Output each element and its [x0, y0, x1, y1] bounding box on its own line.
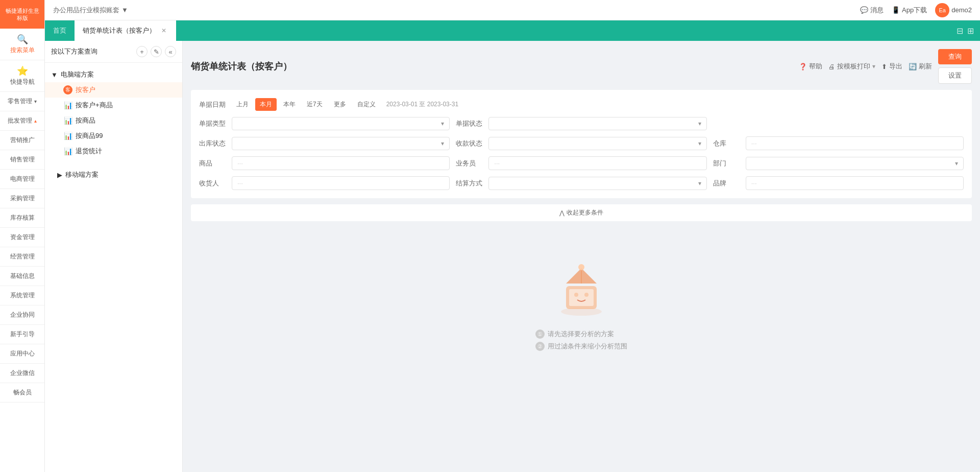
order-type-select[interactable]: ▾	[232, 117, 450, 130]
sidebar-item-wechat[interactable]: 企业微信	[0, 364, 44, 383]
app-name: 办公用品行业模拟账套	[53, 6, 119, 15]
export-icon: ⬆	[881, 63, 887, 70]
mobile-section-header[interactable]: ▶ 移动端方案	[45, 167, 182, 182]
chevron-down-icon-5: ▾	[955, 160, 958, 167]
receiver-select[interactable]: ···	[232, 176, 450, 190]
chevron-down-icon: ▾	[441, 120, 444, 127]
date-tab-this-month[interactable]: 本月	[255, 98, 277, 111]
star-icon: ⭐	[2, 65, 42, 77]
tab-maximize-button[interactable]: ⊞	[967, 26, 974, 36]
sidebar-item-system[interactable]: 系统管理	[0, 286, 44, 305]
product-select[interactable]: ···	[232, 156, 450, 170]
collapse-up-icon: ⋀	[559, 209, 565, 217]
user-profile[interactable]: Ea demo2	[935, 3, 972, 17]
header-right: 💬 消息 📱 App下载 Ea demo2	[860, 3, 972, 17]
customer-scheme-icon: 客	[63, 85, 72, 95]
warehouse-select[interactable]: ···	[746, 136, 964, 150]
refresh-button[interactable]: 🔄 刷新	[909, 62, 932, 71]
product-item: 商品 ···	[199, 156, 450, 170]
order-status-label: 单据状态	[456, 119, 484, 128]
collapse-bar[interactable]: ⋀ 收起更多条件	[191, 204, 972, 221]
sidebar-item-member[interactable]: 畅会员	[0, 383, 44, 403]
date-tab-custom[interactable]: 自定义	[353, 98, 380, 111]
chevron-down-icon-6: ▾	[698, 180, 701, 187]
product-salesperson-row: 商品 ··· 业务员 ··· 部门	[199, 156, 964, 170]
sidebar-item-retail[interactable]: 零售管理 ▾	[0, 92, 44, 111]
collapse-panel-button[interactable]: «	[165, 46, 176, 57]
sidebar-item-search[interactable]: 🔍 搜索菜单	[0, 29, 44, 60]
left-panel-title: 按以下方案查询	[51, 47, 97, 56]
svg-rect-2	[569, 289, 594, 306]
sidebar-item-wholesale[interactable]: 批发管理 ▴	[0, 111, 44, 131]
scheme-by-product[interactable]: 📊 按商品	[45, 113, 182, 128]
date-tabs: 上月 本月 本年 近7天 更多 自定义 2023-03-01 至 2023-03…	[232, 98, 458, 111]
edit-scheme-button[interactable]: ✎	[151, 46, 162, 57]
payment-status-select[interactable]: ▾	[488, 137, 706, 150]
tab-home[interactable]: 首页	[45, 20, 75, 41]
desktop-section-header[interactable]: ▼ 电脑端方案	[45, 67, 182, 82]
sidebar-item-newbie[interactable]: 新手引导	[0, 325, 44, 344]
order-status-select[interactable]: ▾	[488, 117, 706, 130]
sidebar-item-inventory[interactable]: 库存核算	[0, 208, 44, 228]
query-button[interactable]: 查询	[938, 49, 972, 64]
sidebar-item-basic[interactable]: 基础信息	[0, 267, 44, 286]
payment-method-select[interactable]: ▾	[488, 177, 706, 190]
left-panel: 按以下方案查询 + ✎ « ▼ 电脑端方案 客 按客户 📊 按客	[45, 41, 183, 472]
top-header: 办公用品行业模拟账套 ▼ 💬 消息 📱 App下载 Ea demo2	[45, 0, 980, 20]
date-tab-last-7[interactable]: 近7天	[302, 98, 327, 111]
date-tab-more[interactable]: 更多	[329, 98, 351, 111]
date-tab-this-year[interactable]: 本年	[279, 98, 300, 111]
stock-status-label: 出库状态	[199, 139, 228, 148]
chart-icon-1: 📊	[63, 101, 72, 110]
department-item: 部门 ▾	[713, 156, 964, 170]
empty-tip-1: ① 请先选择要分析的方案	[535, 329, 627, 339]
sidebar-item-marketing[interactable]: 营销推广	[0, 131, 44, 150]
sidebar-item-finance[interactable]: 资金管理	[0, 228, 44, 247]
page-wrapper: 按以下方案查询 + ✎ « ▼ 电脑端方案 客 按客户 📊 按客	[45, 41, 980, 472]
message-icon: 💬	[860, 6, 868, 14]
scheme-return-stat[interactable]: 📊 退货统计	[45, 144, 182, 159]
department-select[interactable]: ▾	[746, 157, 964, 170]
left-panel-actions: + ✎ «	[136, 46, 176, 57]
tab-sales-stat[interactable]: 销货单统计表（按客户） ✕	[75, 20, 176, 41]
stock-payment-row: 出库状态 ▾ 收款状态 ▾ 仓库	[199, 136, 964, 150]
settings-button[interactable]: 设置	[938, 67, 972, 84]
brand-select[interactable]: ···	[746, 176, 964, 190]
scheme-by-customer-product[interactable]: 📊 按客户+商品	[45, 98, 182, 113]
page-title-bar: 销货单统计表（按客户） ❓ 帮助 🖨 按模板打印 ▾ ⬆ 导出	[191, 49, 972, 84]
order-type-item: 单据类型 ▾	[199, 117, 450, 130]
app-name-dropdown[interactable]: 办公用品行业模拟账套 ▼	[53, 6, 128, 15]
stock-status-select[interactable]: ▾	[232, 137, 450, 150]
order-type-row: 单据类型 ▾ 单据状态 ▾	[199, 117, 964, 130]
sidebar-item-shortcut[interactable]: ⭐ 快捷导航	[0, 60, 44, 92]
sidebar-item-operation[interactable]: 经营管理	[0, 247, 44, 267]
sidebar-item-sales[interactable]: 销售管理	[0, 150, 44, 170]
receiver-label: 收货人	[199, 179, 228, 188]
tab-minimize-button[interactable]: ⊟	[957, 26, 963, 36]
salesperson-item: 业务员 ···	[456, 156, 706, 170]
dropdown-icon: ▼	[121, 6, 128, 14]
help-link[interactable]: ❓ 帮助	[799, 62, 822, 71]
desktop-section: ▼ 电脑端方案 客 按客户 📊 按客户+商品 📊 按商品 📊 按商品9	[45, 63, 182, 163]
export-button[interactable]: ⬆ 导出	[881, 62, 902, 71]
add-scheme-button[interactable]: +	[136, 46, 148, 57]
filter-card: 单据日期 上月 本月 本年 近7天 更多 自定义 2023-03-01 至 20…	[191, 90, 972, 198]
sidebar-item-purchase[interactable]: 采购管理	[0, 189, 44, 208]
scheme-by-product-99[interactable]: 📊 按商品99	[45, 128, 182, 144]
svg-point-4	[578, 264, 584, 270]
sidebar-item-enterprise[interactable]: 企业协同	[0, 305, 44, 325]
print-button[interactable]: 🖨 按模板打印 ▾	[828, 62, 875, 71]
sidebar-item-appstore[interactable]: 应用中心	[0, 344, 44, 364]
svg-point-6	[574, 293, 578, 297]
tab-close-icon[interactable]: ✕	[160, 27, 168, 35]
chevron-down-icon-3: ▾	[441, 140, 444, 147]
empty-tip-2: ② 用过滤条件来缩小分析范围	[535, 342, 627, 351]
app-download-button[interactable]: 📱 App下载	[892, 6, 927, 15]
date-filter-row: 单据日期 上月 本月 本年 近7天 更多 自定义 2023-03-01 至 20…	[199, 98, 964, 111]
date-tab-last-month[interactable]: 上月	[232, 98, 253, 111]
tab-bar-expand: ⊟ ⊞	[957, 26, 980, 36]
sidebar-item-ecommerce[interactable]: 电商管理	[0, 170, 44, 189]
salesperson-select[interactable]: ···	[488, 156, 706, 170]
scheme-by-customer[interactable]: 客 按客户	[45, 82, 182, 98]
message-button[interactable]: 💬 消息	[860, 6, 884, 15]
